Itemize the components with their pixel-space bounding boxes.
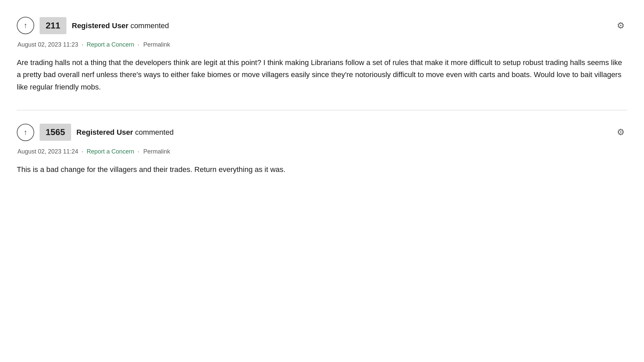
gear-icon-1: ⚙ bbox=[617, 20, 625, 31]
permalink-link-2[interactable]: Permalink bbox=[143, 147, 170, 156]
author-action-2: commented bbox=[135, 128, 174, 136]
up-arrow-icon-1: ↑ bbox=[24, 21, 28, 30]
upvote-button-1[interactable]: ↑ bbox=[17, 17, 34, 34]
comment-header-2: ↑ 1565 Registered User commented ⚙ bbox=[17, 124, 627, 141]
upvote-button-2[interactable]: ↑ bbox=[17, 124, 34, 141]
comment-header-left-1: ↑ 211 Registered User commented bbox=[17, 17, 169, 34]
author-name-1: Registered User bbox=[72, 21, 128, 30]
dot-2: · bbox=[138, 40, 139, 49]
settings-button-1[interactable]: ⚙ bbox=[614, 19, 627, 32]
up-arrow-icon-2: ↑ bbox=[24, 128, 28, 137]
comment-body-1: Are trading halls not a thing that the d… bbox=[17, 57, 627, 93]
dot-3: · bbox=[82, 147, 83, 156]
author-action-1: commented bbox=[130, 21, 169, 30]
comment-author-1: Registered User commented bbox=[72, 20, 169, 31]
comment-block-2: ↑ 1565 Registered User commented ⚙ Augus… bbox=[17, 114, 627, 189]
gear-icon-2: ⚙ bbox=[617, 127, 625, 137]
report-concern-link-2[interactable]: Report a Concern bbox=[87, 147, 134, 156]
comment-meta-1: August 02, 2023 11:23 · Report a Concern… bbox=[17, 40, 627, 49]
vote-count-2: 1565 bbox=[40, 124, 71, 141]
vote-count-1: 211 bbox=[40, 17, 66, 34]
comment-block-1: ↑ 211 Registered User commented ⚙ August… bbox=[17, 7, 627, 107]
comment-author-2: Registered User commented bbox=[76, 127, 174, 138]
page-container: ↑ 211 Registered User commented ⚙ August… bbox=[7, 0, 637, 196]
comment-body-2: This is a bad change for the villagers a… bbox=[17, 164, 627, 176]
permalink-link-1[interactable]: Permalink bbox=[143, 40, 170, 49]
author-name-2: Registered User bbox=[76, 128, 133, 136]
comment-divider-1 bbox=[17, 110, 627, 110]
timestamp-2: August 02, 2023 11:24 bbox=[17, 147, 78, 156]
comment-header-1: ↑ 211 Registered User commented ⚙ bbox=[17, 17, 627, 34]
settings-button-2[interactable]: ⚙ bbox=[614, 126, 627, 139]
report-concern-link-1[interactable]: Report a Concern bbox=[87, 40, 134, 49]
dot-4: · bbox=[138, 147, 139, 156]
dot-1: · bbox=[82, 40, 83, 49]
timestamp-1: August 02, 2023 11:23 bbox=[17, 40, 78, 49]
comment-header-left-2: ↑ 1565 Registered User commented bbox=[17, 124, 174, 141]
comment-meta-2: August 02, 2023 11:24 · Report a Concern… bbox=[17, 147, 627, 156]
